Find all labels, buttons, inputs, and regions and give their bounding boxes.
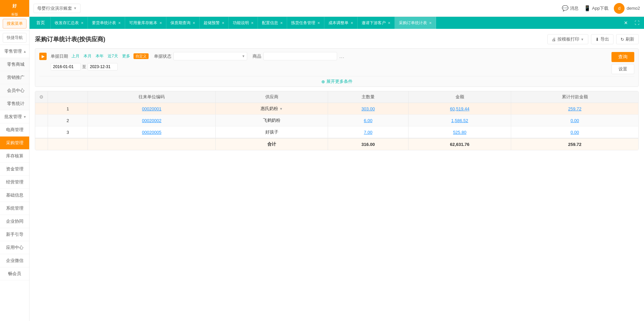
- td-paid-amount-1[interactable]: 259.72: [511, 103, 638, 115]
- sidebar-item-member[interactable]: 会员中心: [0, 84, 29, 97]
- sidebar-item-wholesale[interactable]: 批发管理 ▼: [0, 110, 29, 123]
- topbar-actions: 💬 消息 📱 App下载 d demo2: [562, 3, 640, 14]
- query-btn[interactable]: 查询: [611, 52, 634, 62]
- td-amount-3[interactable]: 525.80: [408, 126, 511, 139]
- tab-function-desc[interactable]: 功能说明 ✕: [229, 17, 258, 29]
- sidebar-item-member2[interactable]: 畅会员: [0, 267, 29, 280]
- user-menu[interactable]: d demo2: [614, 3, 640, 14]
- tab-stock-book[interactable]: 可用量库存账本 ✕: [125, 17, 166, 29]
- goods-input[interactable]: [263, 52, 337, 60]
- td-amount-2[interactable]: 1,586.52: [408, 115, 511, 126]
- th-gear: ⚙: [35, 91, 48, 103]
- tab-invite[interactable]: 邀请下游客户 ✕: [358, 17, 395, 29]
- td-main-qty-3[interactable]: 7.00: [328, 126, 409, 139]
- tab-home[interactable]: 首页: [31, 17, 51, 29]
- tab-expire-query[interactable]: 保质期查询 ✕: [166, 17, 200, 29]
- filter-status-group: 单据状态 ▼: [154, 52, 247, 60]
- sidebar-item-enterprise[interactable]: 企业协同: [0, 215, 29, 228]
- td-gear-2: [35, 115, 48, 126]
- search-menu-btn[interactable]: 搜索菜单: [3, 19, 26, 29]
- expand-btn[interactable]: ⊕ 展开更多条件: [321, 78, 353, 85]
- shortcut-last-month[interactable]: 上月: [70, 53, 81, 59]
- page-header: 采购订单统计表(按供应商) 🖨 按模板打印 ▼ ⬇ 导出 ↻ 刷新: [35, 34, 639, 44]
- sidebar-item-system[interactable]: 系统管理: [0, 202, 29, 215]
- tab-close-order-summary[interactable]: ✕: [118, 21, 121, 25]
- tab-cost-adjust[interactable]: 成本调整单 ✕: [324, 17, 358, 29]
- nav-tabs: 首页 收发存汇总表 ✕ 要货单统计表 ✕ 可用量库存账本 ✕ 保质期查询 ✕ 超…: [30, 17, 644, 29]
- quick-nav-btn[interactable]: 快捷导航: [3, 33, 26, 43]
- sidebar-item-finance[interactable]: 资金管理: [0, 163, 29, 176]
- sidebar-item-basic[interactable]: 基础信息: [0, 189, 29, 202]
- template-print-btn[interactable]: 🖨 按模板打印 ▼: [547, 34, 588, 44]
- tab-close-overstock[interactable]: ✕: [222, 21, 224, 25]
- sidebar-item-app-center[interactable]: 应用中心: [0, 241, 29, 254]
- filter-date-range-row: 至: [51, 63, 607, 70]
- tab-close-function-desc[interactable]: ✕: [251, 21, 254, 25]
- td-supplier-name-1: 惠氏奶粉 ▼: [216, 103, 328, 115]
- fullscreen-btn[interactable]: ⛶: [633, 19, 641, 26]
- wholesale-arrow-icon: ▼: [23, 115, 26, 119]
- tab-purchase-stat[interactable]: 采购订单统计表 ✕: [395, 17, 436, 29]
- sidebar-item-marketing[interactable]: 营销推广: [0, 71, 29, 84]
- sidebar-item-operation[interactable]: 经营管理: [0, 176, 29, 189]
- sidebar-logo[interactable]: 好 标版: [0, 0, 29, 17]
- td-supplier-code-3[interactable]: 00020005: [88, 126, 216, 139]
- tab-overstock[interactable]: 超储预警 ✕: [200, 17, 229, 29]
- sidebar-item-retail-shop[interactable]: 零售商城: [0, 58, 29, 71]
- table-row[interactable]: 1 00020001 惠氏奶粉 ▼ 303.00 60,519.44 259.7…: [35, 103, 638, 115]
- td-no-1: 1: [48, 103, 88, 115]
- data-table-container: ⚙ 往来单位编码 供应商 主数量 金额 累计付款金额: [35, 91, 639, 150]
- tab-close-receive-send[interactable]: ✕: [81, 21, 84, 25]
- tab-close-stock-book[interactable]: ✕: [159, 21, 162, 25]
- tab-pick-task[interactable]: 拣货任务管理 ✕: [287, 17, 324, 29]
- table-row[interactable]: 3 00020005 好孩子 7.00 525.80 0.00: [35, 126, 638, 139]
- tab-close-purchase-stat[interactable]: ✕: [429, 21, 432, 25]
- td-supplier-code-2[interactable]: 00020002: [88, 115, 216, 126]
- app-download-btn[interactable]: 📱 App下载: [584, 5, 608, 11]
- goods-more-icon[interactable]: …: [339, 53, 344, 59]
- tab-config[interactable]: 配置信息 ✕: [258, 17, 287, 29]
- filter-goods-group: 商品 …: [253, 52, 344, 60]
- td-supplier-code-1[interactable]: 00020001: [88, 103, 216, 115]
- filter-date-group: 单据日期 上月 本月 本年 近7天 更多 自定义: [51, 53, 149, 59]
- tab-close-cost-adjust[interactable]: ✕: [351, 21, 353, 25]
- export-btn[interactable]: ⬇ 导出: [591, 34, 613, 44]
- tab-close-config[interactable]: ✕: [280, 21, 283, 25]
- filter-row-1: 单据日期 上月 本月 本年 近7天 更多 自定义: [51, 52, 607, 60]
- tab-close-expire-query[interactable]: ✕: [193, 21, 195, 25]
- sidebar-item-inventory[interactable]: 库存核算: [0, 150, 29, 163]
- shortcut-this-year[interactable]: 本年: [94, 53, 105, 59]
- sidebar-item-weixin[interactable]: 企业微信: [0, 254, 29, 267]
- td-amount-1[interactable]: 60,519.44: [408, 103, 511, 115]
- sidebar-item-guide[interactable]: 新手引导: [0, 228, 29, 241]
- sidebar-item-ecommerce[interactable]: 电商管理: [0, 123, 29, 137]
- tab-close-invite[interactable]: ✕: [388, 21, 390, 25]
- shortcut-this-month[interactable]: 本月: [82, 53, 93, 59]
- username-label: demo2: [627, 6, 640, 11]
- sidebar-item-retail[interactable]: 零售管理 ▲: [0, 45, 29, 58]
- td-paid-amount-3[interactable]: 0.00: [511, 126, 638, 139]
- td-main-qty-2[interactable]: 6.00: [328, 115, 409, 126]
- message-btn[interactable]: 💬 消息: [562, 5, 579, 11]
- table-row[interactable]: 2 00020002 飞鹤奶粉 6.00 1,586.52 0.00: [35, 115, 638, 126]
- date-from-input[interactable]: [51, 63, 81, 70]
- sidebar-item-purchase[interactable]: 采购管理: [0, 137, 29, 150]
- sidebar-item-retail-stat[interactable]: 零售统计: [0, 97, 29, 110]
- refresh-btn[interactable]: ↻ 刷新: [616, 34, 639, 44]
- date-to-input[interactable]: [88, 63, 118, 70]
- tab-close-pick-task[interactable]: ✕: [317, 21, 320, 25]
- status-select[interactable]: [173, 52, 247, 60]
- shortcut-more[interactable]: 更多: [121, 53, 131, 59]
- tab-order-summary[interactable]: 要货单统计表 ✕: [88, 17, 125, 29]
- td-main-qty-1[interactable]: 303.00: [328, 103, 409, 115]
- td-paid-amount-2[interactable]: 0.00: [511, 115, 638, 126]
- tab-receive-send[interactable]: 收发存汇总表 ✕: [51, 17, 88, 29]
- shortcut-7days[interactable]: 近7天: [106, 53, 119, 59]
- workspace-selector[interactable]: 母婴行业演示账套 ▼: [34, 4, 80, 13]
- gear-settings-icon[interactable]: ⚙: [39, 94, 44, 100]
- close-all-tabs-btn[interactable]: ✕: [622, 19, 630, 26]
- settings-btn[interactable]: 设置: [611, 64, 634, 74]
- td-no-2: 2: [48, 115, 88, 126]
- filter-toggle-btn[interactable]: ▶: [39, 53, 47, 60]
- expand-row-icon[interactable]: ▼: [279, 107, 283, 111]
